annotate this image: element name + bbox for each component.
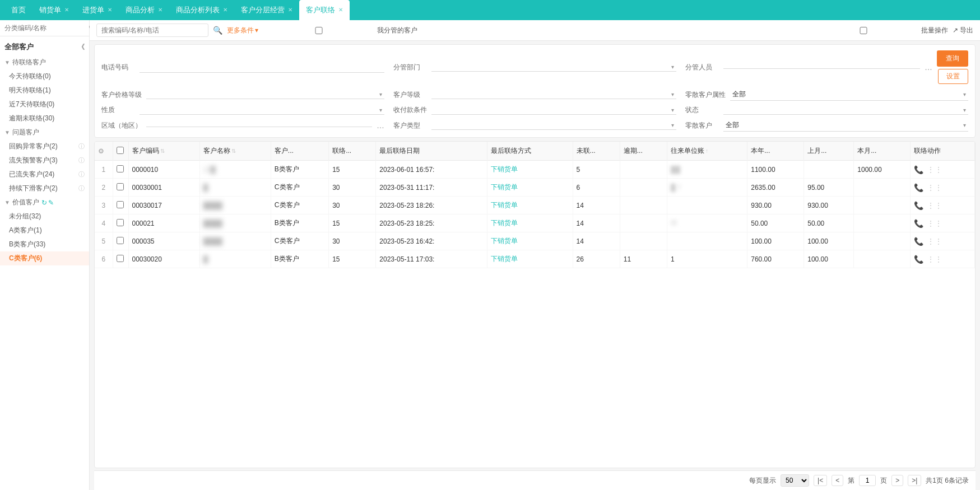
sidebar-item-repurchase-abnormal[interactable]: 回购异常客户(2) ⓘ [0,139,89,153]
action-cell: 📞 ⋮⋮ [911,232,975,250]
first-page-button[interactable]: |< [814,475,827,486]
contact-days: 15 [329,214,376,232]
row-checkbox-cell [113,197,128,214]
nav-product-analysis-list[interactable]: 商品分析列表 ✕ [169,0,234,20]
phone-action-icon[interactable]: 📞 [914,183,923,192]
close-icon[interactable]: ✕ [288,0,292,20]
current-year-amount: 930.00 [747,197,804,214]
batch-operation-button[interactable]: 批量操作 [807,26,948,35]
menu-action-icon[interactable]: ⋮⋮ [927,201,942,210]
sidebar-item-class-c[interactable]: C类客户(6) [0,251,89,265]
customer-code: 00030017 [128,197,199,214]
manager-select[interactable] [723,66,920,69]
gender-select[interactable]: ▾ [140,106,384,115]
customer-type-select[interactable]: ▾ [431,121,676,130]
row-checkbox[interactable] [117,255,124,262]
customer-level-select[interactable]: ▾ [146,90,384,99]
query-button[interactable]: 查询 [937,50,968,67]
close-icon[interactable]: ✕ [64,0,69,20]
last-contact-method[interactable]: 下销货单 [487,232,573,250]
last-contact-method[interactable]: 下销货单 [487,179,573,197]
my-customers-checkbox-label[interactable]: 我分管的客户 [263,26,417,35]
retail-customer-select[interactable]: 全部▾ [723,119,968,132]
row-checkbox[interactable] [117,183,124,190]
current-month-amount [854,250,911,268]
phone-action-icon[interactable]: 📞 [914,165,923,174]
sidebar-group-pending[interactable]: ▼ 待联络客户 [0,55,89,69]
current-month-amount: 1000.00 [854,161,911,179]
next-page-button[interactable]: > [891,475,903,486]
payment-select[interactable]: ▾ [431,106,676,115]
sidebar-item-class-b[interactable]: B类客户(33) [0,237,89,251]
page-size-select[interactable]: 50 100 200 [781,474,809,487]
nav-purchase-order[interactable]: 进货单 ✕ [76,0,119,20]
last-contact-method[interactable]: 下销货单 [487,161,573,179]
filter-search-icon[interactable]: 🔍 [213,26,222,35]
sidebar-group-value[interactable]: ▼ 价值客户 ↻ ✎ [0,195,89,209]
sidebar-all-customers[interactable]: 全部客户 《 [0,39,89,55]
select-all-checkbox[interactable] [117,147,124,154]
sidebar-item-overdue-contact[interactable]: 逾期未联络(30) [0,111,89,125]
last-page-button[interactable]: >| [908,475,921,486]
menu-action-icon[interactable]: ⋮⋮ [927,237,942,246]
last-contact-date: 2023-05-23 16:42: [376,232,487,250]
sidebar-item-churned[interactable]: 已流失客户(24) ⓘ [0,167,89,181]
sidebar-item-class-a[interactable]: A类客户(1) [0,223,89,237]
contact-days: 30 [329,197,376,214]
row-checkbox[interactable] [117,201,124,208]
row-checkbox[interactable] [117,219,124,226]
search-input[interactable] [96,24,208,37]
my-customers-checkbox[interactable] [263,27,375,34]
nav-home[interactable]: 首页 [4,0,32,20]
close-icon[interactable]: ✕ [158,0,162,20]
sidebar-group-problem[interactable]: ▼ 问题客户 [0,125,89,139]
menu-action-icon[interactable]: ⋮⋮ [927,165,942,174]
sidebar-item-declining[interactable]: 持续下滑客户(2) ⓘ [0,181,89,195]
dept-select[interactable]: ▾ [431,63,676,72]
region-select[interactable] [146,124,372,127]
sidebar-item-tomorrow[interactable]: 明天待联络(1) [0,83,89,97]
last-contact-method[interactable]: 下销货单 [487,250,573,268]
menu-action-icon[interactable]: ⋮⋮ [927,219,942,228]
more-conditions-button[interactable]: 更多条件 ▾ [227,26,258,35]
retail-attr-select[interactable]: 全部▾ [730,88,968,101]
page-number-input[interactable] [859,475,876,486]
prev-page-button[interactable]: < [832,475,843,486]
close-icon[interactable]: ✕ [338,0,343,20]
sidebar-item-churn-warning[interactable]: 流失预警客户(3) ⓘ [0,153,89,167]
edit-icon[interactable]: ✎ [48,199,54,207]
table-row: 6 00030020 █ B类客户 15 2023-05-11 17:03: 下… [95,250,975,268]
phone-action-icon[interactable]: 📞 [914,219,923,228]
phone-input[interactable] [140,62,384,73]
batch-op-checkbox[interactable] [807,27,919,34]
nav-customer-tier[interactable]: 客户分层经营 ✕ [234,0,299,20]
dots-icon[interactable]: … [925,63,932,72]
close-icon[interactable]: ✕ [223,0,227,20]
phone-action-icon[interactable]: 📞 [914,237,923,246]
settings-button[interactable]: 设置 [938,69,968,84]
menu-action-icon[interactable]: ⋮⋮ [927,255,942,264]
row-checkbox[interactable] [117,165,124,172]
sidebar-item-ungrouped[interactable]: 未分组(32) [0,209,89,223]
phone-action-icon[interactable]: 📞 [914,201,923,210]
dots-icon[interactable]: … [377,121,384,130]
last-contact-method[interactable]: 下销货单 [487,197,573,214]
customer-name: ████ [199,197,271,214]
export-button[interactable]: ↗ 导出 [953,26,973,35]
menu-action-icon[interactable]: ⋮⋮ [927,183,942,192]
sidebar-search-input[interactable] [4,24,89,32]
row-checkbox[interactable] [117,237,124,244]
refresh-icon[interactable]: ↻ [41,199,47,207]
customer-type: C类客户 [271,232,328,250]
nav-product-analysis[interactable]: 商品分析 ✕ [119,0,169,20]
nav-customer-contact[interactable]: 客户联络 ✕ [299,0,350,20]
last-contact-method[interactable]: 下销货单 [487,214,573,232]
gear-icon[interactable]: ⚙ [98,147,104,155]
close-icon[interactable]: ✕ [108,0,112,20]
nav-sales-order[interactable]: 销货单 ✕ [32,0,76,20]
sidebar-item-today[interactable]: 今天待联络(0) [0,69,89,83]
status-select[interactable]: ▾ [723,106,968,115]
sidebar-item-7days[interactable]: 近7天待联络(0) [0,97,89,111]
customer-grade-select[interactable]: ▾ [431,90,676,99]
phone-action-icon[interactable]: 📞 [914,255,923,264]
